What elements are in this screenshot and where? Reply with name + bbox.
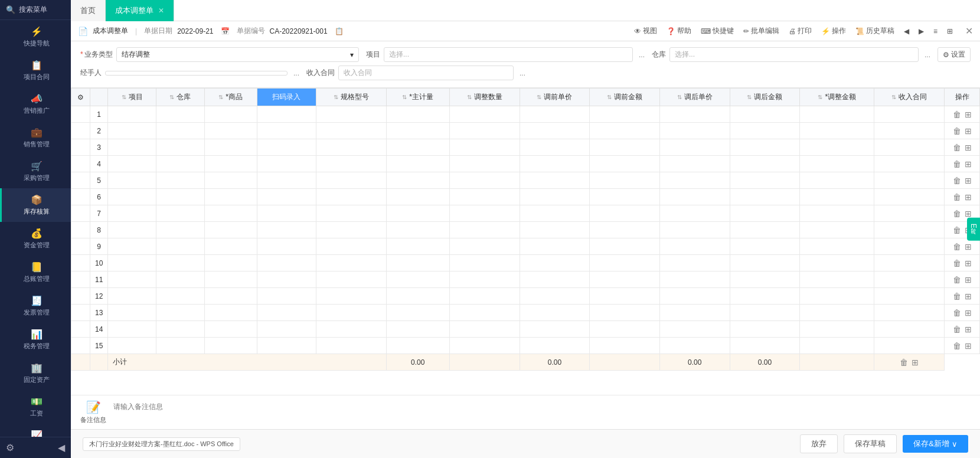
sidebar-item-purchase-mgmt[interactable]: 🛒 采购管理 [0,155,71,188]
settings-button[interactable]: ⚙ 设置 [937,47,971,62]
cell-14-0[interactable] [108,321,156,338]
settings-icon[interactable]: ⚙ [6,442,14,453]
copy-icon-15[interactable]: ⊞ [965,341,972,351]
cell-3-8[interactable] [590,139,660,156]
copy-icon-5[interactable]: ⊞ [965,176,972,185]
subtotal-copy[interactable]: ⊞ [912,358,919,367]
cell-14-12[interactable] [874,321,945,338]
toolbar-btn-view[interactable]: 👁视图 [631,25,660,37]
cell-8-9[interactable] [659,222,730,238]
cell-1-11[interactable] [800,106,874,123]
cell-9-0[interactable] [108,238,156,255]
row-setting-6[interactable] [71,189,90,205]
cell-1-6[interactable] [449,106,520,123]
cell-9-1[interactable] [156,238,205,255]
cell-2-10[interactable] [730,123,800,139]
cell-15-3[interactable] [257,338,316,354]
warehouse-input[interactable]: 选择... [669,47,919,62]
cell-14-1[interactable] [156,321,205,338]
cell-3-6[interactable] [449,139,520,156]
settings-col-header[interactable]: ⚙ [71,89,90,106]
cell-12-9[interactable] [659,288,730,305]
row-setting-1[interactable] [71,106,90,123]
handler-input[interactable] [105,71,288,76]
sidebar-item-inventory[interactable]: 📦 库存核算 [0,188,71,222]
save-draft-button[interactable]: 保存草稿 [844,434,897,453]
cell-2-4[interactable] [316,123,386,139]
copy-icon-3[interactable]: ⊞ [965,143,972,152]
cell-15-9[interactable] [659,338,730,354]
cell-3-5[interactable] [386,139,449,156]
cell-5-6[interactable] [449,172,520,189]
cell-8-11[interactable] [800,222,874,238]
cell-13-5[interactable] [386,305,449,321]
cell-12-7[interactable] [520,288,590,305]
cell-2-12[interactable] [874,123,945,139]
cell-4-2[interactable] [204,156,257,172]
cell-1-2[interactable] [204,106,257,123]
cell-5-9[interactable] [659,172,730,189]
cell-13-4[interactable] [316,305,386,321]
row-setting-10[interactable] [71,255,90,271]
cell-11-10[interactable] [730,271,800,288]
cell-3-7[interactable] [520,139,590,156]
cell-4-8[interactable] [590,156,660,172]
cell-2-2[interactable] [204,123,257,139]
cell-13-2[interactable] [204,305,257,321]
project-dots[interactable]: ... [639,51,645,59]
cell-10-1[interactable] [156,255,205,271]
cell-12-4[interactable] [316,288,386,305]
cell-7-9[interactable] [659,205,730,222]
cell-5-11[interactable] [800,172,874,189]
cell-12-3[interactable] [257,288,316,305]
toolbar-btn-operations[interactable]: ⚡操作 [818,25,849,37]
cell-4-12[interactable] [874,156,945,172]
toolbar-nav-3[interactable]: ⊞ [944,26,956,37]
delete-icon-15[interactable]: 🗑 [953,341,961,351]
cell-5-8[interactable] [590,172,660,189]
cell-6-9[interactable] [659,189,730,205]
delete-icon-5[interactable]: 🗑 [953,176,961,185]
cell-2-1[interactable] [156,123,205,139]
project-input[interactable]: 选择... [384,47,633,62]
row-setting-8[interactable] [71,222,90,238]
cell-4-9[interactable] [659,156,730,172]
copy-icon-6[interactable]: ⊞ [965,192,972,202]
cell-9-7[interactable] [520,238,590,255]
cell-7-4[interactable] [316,205,386,222]
cell-6-5[interactable] [386,189,449,205]
cell-6-11[interactable] [800,189,874,205]
cell-1-7[interactable] [520,106,590,123]
cell-4-0[interactable] [108,156,156,172]
cell-9-9[interactable] [659,238,730,255]
cell-11-4[interactable] [316,271,386,288]
toolbar-nav-2[interactable]: ≡ [930,26,940,37]
cell-11-11[interactable] [800,271,874,288]
copy-icon-11[interactable]: ⊞ [965,275,972,284]
sidebar-item-assets[interactable]: 🏢 固定资产 [0,356,71,390]
cell-6-3[interactable] [257,189,316,205]
cell-1-0[interactable] [108,106,156,123]
row-setting-15[interactable] [71,338,90,354]
cell-7-11[interactable] [800,205,874,222]
cell-7-8[interactable] [590,205,660,222]
cell-6-0[interactable] [108,189,156,205]
sidebar-item-payroll[interactable]: 💵 工资 [0,390,71,424]
cell-9-11[interactable] [800,238,874,255]
cell-7-2[interactable] [204,205,257,222]
copy-icon-14[interactable]: ⊞ [965,325,972,334]
cell-8-10[interactable] [730,222,800,238]
delete-icon-6[interactable]: 🗑 [953,192,961,202]
close-button[interactable]: ✕ [965,25,973,37]
cell-3-12[interactable] [874,139,945,156]
cell-6-8[interactable] [590,189,660,205]
row-setting-14[interactable] [71,321,90,338]
cell-13-6[interactable] [449,305,520,321]
cell-13-11[interactable] [800,305,874,321]
cell-12-10[interactable] [730,288,800,305]
cell-2-3[interactable] [257,123,316,139]
cell-4-10[interactable] [730,156,800,172]
cell-15-8[interactable] [590,338,660,354]
taskbar-label[interactable]: 木门行业好业财处理方案-墨红红.doc - WPS Office [83,437,240,451]
sidebar-item-sales-promo[interactable]: 📣 营销推广 [0,87,71,121]
